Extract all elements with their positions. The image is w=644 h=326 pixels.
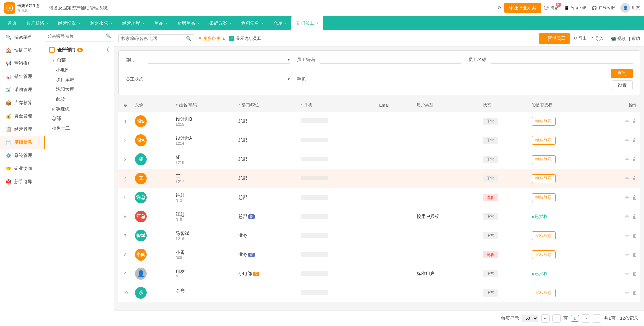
- close-icon[interactable]: ×: [142, 21, 144, 25]
- next-page-button[interactable]: ›: [582, 314, 590, 323]
- dept-node-zonbu2[interactable]: 总部: [45, 114, 114, 123]
- dept-search-input[interactable]: [48, 34, 104, 38]
- delete-icon[interactable]: 🗑: [632, 138, 637, 143]
- delete-icon[interactable]: 🗑: [632, 290, 637, 296]
- col-dept[interactable]: ↕ 部门/职位: [236, 99, 298, 112]
- close-icon[interactable]: ×: [261, 21, 263, 25]
- auth-button[interactable]: 授权登录: [532, 117, 556, 126]
- delete-icon[interactable]: 🗑: [632, 233, 637, 238]
- emp-name-input[interactable]: [491, 55, 633, 64]
- dept-node-project[interactable]: 项目库房: [45, 75, 114, 85]
- view-button[interactable]: 📹 视频: [611, 36, 626, 42]
- delete-icon[interactable]: 🗑: [632, 157, 637, 162]
- sidebar-item-marketing[interactable]: 📢 营销推广: [0, 57, 45, 70]
- edit-icon[interactable]: ✏: [625, 157, 629, 162]
- message-button[interactable]: 💬 消息 5: [544, 5, 559, 11]
- tab-customer[interactable]: 客户联络×: [21, 16, 53, 30]
- dept-node-shenyang[interactable]: 沈阳大库: [45, 85, 114, 94]
- close-icon[interactable]: ×: [229, 21, 232, 25]
- first-page-button[interactable]: «: [541, 314, 550, 323]
- close-icon[interactable]: ×: [197, 21, 199, 25]
- tab-add-goods[interactable]: 新增商品×: [172, 16, 204, 30]
- all-dept-header[interactable]: 全部部门 6 《: [45, 44, 114, 55]
- edit-icon[interactable]: ✏: [625, 176, 629, 181]
- sidebar-item-purchase[interactable]: 🛒 采购管理: [0, 83, 45, 96]
- close-icon[interactable]: ×: [78, 21, 80, 25]
- auth-button[interactable]: 授权登录: [532, 231, 556, 240]
- try-plan-button[interactable]: 体验行业方案: [504, 3, 541, 13]
- edit-icon[interactable]: ✏: [625, 138, 629, 143]
- edit-icon[interactable]: ✏: [625, 195, 629, 200]
- dept-node-chashuwang[interactable]: 插树王二: [45, 123, 114, 133]
- collapse-button[interactable]: 《: [103, 46, 110, 53]
- prev-page-button[interactable]: ‹: [552, 314, 561, 323]
- delete-icon[interactable]: 🗑: [632, 195, 637, 200]
- dept-search-icon[interactable]: 🔍: [106, 33, 111, 38]
- auth-button[interactable]: 授权登录: [532, 250, 556, 259]
- delete-icon[interactable]: 🗑: [632, 214, 637, 219]
- sidebar-item-nav[interactable]: 🏠 快捷导航: [0, 44, 45, 57]
- close-icon[interactable]: ×: [165, 21, 167, 25]
- dept-node-xiaodian[interactable]: 小电部: [45, 65, 114, 75]
- tab-bom[interactable]: 物料清单×: [236, 16, 268, 30]
- edit-icon[interactable]: ✏: [625, 252, 629, 257]
- col-name[interactable]: ↕ 姓名/编码: [173, 99, 236, 112]
- search-input[interactable]: [121, 36, 184, 41]
- help-button[interactable]: | 帮助: [629, 36, 640, 42]
- user-avatar[interactable]: 👤 用友: [620, 3, 640, 13]
- edit-icon[interactable]: ✏: [625, 271, 629, 276]
- sidebar-item-guide[interactable]: 🎯 新手引导: [0, 175, 45, 188]
- settings-icon[interactable]: ⚙: [496, 5, 503, 11]
- edit-icon[interactable]: ✏: [625, 233, 629, 238]
- dept-node-shuanglu[interactable]: ▶双鹿想: [45, 104, 114, 114]
- delete-icon[interactable]: 🗑: [632, 252, 637, 257]
- emp-code-input[interactable]: [320, 55, 461, 64]
- query-button[interactable]: 查询: [611, 69, 633, 78]
- tab-home[interactable]: 首页: [3, 16, 21, 30]
- app-download-button[interactable]: 📱 App下载: [564, 5, 586, 11]
- online-service-button[interactable]: 🎧 在线客服: [592, 5, 615, 11]
- edit-icon[interactable]: ✏: [625, 290, 629, 296]
- sidebar-item-inventory[interactable]: 📦 库存核算: [0, 96, 45, 109]
- close-icon[interactable]: ×: [46, 21, 48, 25]
- tab-department[interactable]: 部门员工×: [291, 16, 323, 30]
- per-page-select[interactable]: 50: [522, 315, 538, 322]
- close-icon[interactable]: ×: [110, 21, 112, 25]
- reset-button[interactable]: 设置: [612, 80, 633, 90]
- auth-button[interactable]: 授权登录: [532, 155, 556, 164]
- dept-select[interactable]: ▾: [148, 55, 290, 64]
- sidebar-item-system[interactable]: ⚙️ 系统管理: [0, 149, 45, 162]
- dept-node-zonbu[interactable]: ▼总部: [45, 55, 114, 65]
- close-icon[interactable]: ×: [284, 21, 287, 25]
- more-filters-button[interactable]: ▼ 更多条件 ▲: [198, 36, 226, 42]
- delete-icon[interactable]: 🗑: [632, 271, 637, 276]
- tab-profit[interactable]: 利润报告×: [85, 16, 117, 30]
- col-phone[interactable]: ↕ 手机: [298, 99, 376, 112]
- import-button[interactable]: ↺ 导入: [590, 36, 604, 42]
- auth-button[interactable]: 授权登录: [532, 289, 556, 297]
- close-icon[interactable]: ×: [316, 21, 318, 25]
- add-employee-button[interactable]: + 新增员工: [539, 33, 570, 44]
- tab-operation[interactable]: 经营情况×: [53, 16, 85, 30]
- phone-input[interactable]: [320, 75, 461, 83]
- show-resigned-toggle[interactable]: ✓ 显示离职员工: [229, 36, 261, 42]
- current-page[interactable]: 1: [571, 315, 579, 322]
- dept-node-peihuo[interactable]: 配货: [45, 94, 114, 104]
- export-button[interactable]: ↻ 导出: [574, 36, 587, 42]
- delete-icon[interactable]: 🗑: [632, 118, 637, 124]
- sidebar-item-collab[interactable]: 🤝 企业协同: [0, 162, 45, 175]
- tab-barcode[interactable]: 条码方案×: [205, 16, 236, 30]
- status-select[interactable]: ▾: [148, 75, 290, 83]
- sidebar-item-basic[interactable]: 📄 基础信息: [0, 136, 45, 149]
- sidebar-item-sales[interactable]: 📊 销售管理: [0, 70, 45, 83]
- sidebar-item-business[interactable]: 📋 经营管理: [0, 123, 45, 136]
- delete-icon[interactable]: 🗑: [632, 176, 637, 181]
- tab-history[interactable]: 经营历程×: [117, 16, 149, 30]
- auth-button[interactable]: 授权登录: [532, 136, 556, 145]
- auth-button[interactable]: 授权登录: [532, 193, 556, 202]
- search-icon[interactable]: 🔍: [186, 36, 191, 41]
- tab-warehouse[interactable]: 仓库×: [269, 16, 291, 30]
- last-page-button[interactable]: »: [593, 314, 601, 323]
- auth-button[interactable]: 授权登录: [532, 174, 556, 183]
- tab-goods[interactable]: 商品×: [149, 16, 172, 30]
